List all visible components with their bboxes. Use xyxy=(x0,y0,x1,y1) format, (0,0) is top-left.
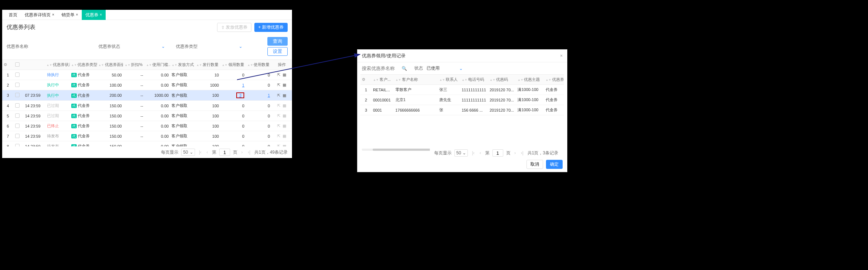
cell-used[interactable]: 0 xyxy=(246,70,271,80)
cell-used[interactable]: 0 xyxy=(246,121,271,131)
qr-icon[interactable]: ▦ xyxy=(283,93,286,97)
table-row[interactable]: 2 00010001 北京1 唐先生 11111111111 2019120 7… xyxy=(360,95,564,105)
cell-checkbox[interactable] xyxy=(14,121,24,131)
table-row[interactable]: 6 14 23:59 已终止 代代金券 150.00 -- 0.00 客户领取 … xyxy=(2,121,292,131)
issue-coupon-button[interactable]: ⇪发放优惠券 xyxy=(217,23,251,32)
table-row[interactable]: 8 14 23:59 待发布 代代金券 150.00 -- 0.00 客户领取 … xyxy=(2,141,292,147)
type-select[interactable]: ⌄ xyxy=(199,42,242,50)
col-code[interactable]: ▲▼优惠码 xyxy=(488,75,516,85)
qr-icon[interactable]: ▦ xyxy=(283,72,286,77)
col-checkbox[interactable] xyxy=(14,60,24,70)
table-row[interactable]: 5 14 23:59 已过期 代代金券 150.00 -- 0.00 客户领取 … xyxy=(2,111,292,121)
confirm-button[interactable]: 确定 xyxy=(546,160,563,169)
last-page-button[interactable]: ›| xyxy=(247,150,251,155)
col-amount[interactable]: ▲▼优惠券面值 xyxy=(97,60,123,70)
row-checkbox[interactable] xyxy=(15,144,20,147)
col-gear[interactable]: ⚙ xyxy=(2,60,14,70)
tab-home[interactable]: 首页 xyxy=(5,10,21,20)
col-threshold[interactable]: ▲▼使用门槛... xyxy=(145,60,170,70)
close-icon[interactable]: × xyxy=(100,10,102,20)
qr-icon[interactable]: ▦ xyxy=(283,103,286,108)
qr-icon[interactable]: ▦ xyxy=(283,113,286,118)
table-row[interactable]: 3 07 23:59 执行中 代代金券 200.00 -- 1000.00 客户… xyxy=(2,90,292,101)
table-row[interactable]: 1 待执行 代代金券 50.00 -- 0.00 客户领取 10 0 0 ⇱▦ xyxy=(2,70,292,80)
tab-coupon[interactable]: 优惠券× xyxy=(82,10,106,20)
col-used-qty[interactable]: ▲▼使用数量 xyxy=(246,60,271,70)
table-row[interactable]: 1 RETAIL... 零散客户 张三 11111111111 2019120 … xyxy=(360,85,564,95)
page-input[interactable] xyxy=(492,149,503,157)
row-checkbox[interactable] xyxy=(15,113,20,118)
last-page-button[interactable]: ›| xyxy=(520,150,525,155)
cell-checkbox[interactable] xyxy=(14,101,24,111)
status-select[interactable]: 已使用⌄ xyxy=(427,65,463,71)
tab-detail[interactable]: 优惠券详情页× xyxy=(21,10,58,20)
settings-button[interactable]: 设置 xyxy=(267,47,288,56)
search-input[interactable] xyxy=(362,66,398,71)
share-icon[interactable]: ⇱ xyxy=(277,144,280,146)
cell-claimed[interactable]: 1 xyxy=(220,80,246,90)
coupon-name-input[interactable] xyxy=(30,42,73,50)
search-icon[interactable]: 🔍 xyxy=(402,66,407,71)
cell-checkbox[interactable] xyxy=(14,80,24,90)
per-page-select[interactable]: 50⌄ xyxy=(181,149,195,156)
qr-icon[interactable]: ▦ xyxy=(283,124,286,128)
cell-used[interactable]: 0 xyxy=(246,141,271,147)
row-checkbox[interactable] xyxy=(15,83,20,87)
qr-icon[interactable]: ▦ xyxy=(283,83,286,87)
col-phone[interactable]: ▲▼电话号码 xyxy=(460,75,488,85)
row-checkbox[interactable] xyxy=(15,93,20,97)
cell-claimed[interactable]: 0 xyxy=(220,141,246,147)
qr-icon[interactable]: ▦ xyxy=(283,134,286,138)
row-checkbox[interactable] xyxy=(15,103,20,108)
add-coupon-button[interactable]: + 新增优惠券 xyxy=(254,23,288,32)
table-row[interactable]: 2 执行中 代代金券 100.00 -- 0.00 客户领取 1000 1 0 … xyxy=(2,80,292,90)
cell-used[interactable]: 0 xyxy=(246,101,271,111)
col-issue-qty[interactable]: ▲▼发行数量 xyxy=(195,60,220,70)
next-page-button[interactable]: › xyxy=(240,150,244,155)
col-claimed-qty[interactable]: ▲▼领用数量 xyxy=(220,60,246,70)
cell-checkbox[interactable] xyxy=(14,111,24,121)
table-row[interactable]: 7 14 23:59 待发布 代代金券 150.00 -- 0.00 客户领取 … xyxy=(2,131,292,141)
cell-checkbox[interactable] xyxy=(14,70,24,80)
close-icon[interactable]: × xyxy=(52,10,54,20)
next-page-button[interactable]: › xyxy=(513,150,517,155)
col-contact[interactable]: ▲▼联系人 xyxy=(438,75,460,85)
col-gear[interactable]: ⚙ xyxy=(360,75,372,85)
cell-claimed[interactable]: 0 xyxy=(220,101,246,111)
col-type[interactable]: ▲▼优惠券类 xyxy=(544,75,564,85)
row-checkbox[interactable] xyxy=(15,134,20,138)
first-page-button[interactable]: |‹ xyxy=(471,150,475,155)
share-icon[interactable]: ⇱ xyxy=(277,103,280,108)
checkbox-all[interactable] xyxy=(15,62,20,67)
cell-claimed[interactable]: 3 xyxy=(220,90,246,101)
cell-claimed[interactable]: 0 xyxy=(220,111,246,121)
prev-page-button[interactable]: ‹ xyxy=(479,150,482,155)
share-icon[interactable]: ⇱ xyxy=(277,83,280,87)
cell-claimed[interactable]: 0 xyxy=(220,131,246,141)
qr-icon[interactable]: ▦ xyxy=(283,144,286,146)
cancel-button[interactable]: 取消 xyxy=(526,160,543,169)
cell-checkbox[interactable] xyxy=(14,90,24,101)
col-method[interactable]: ▲▼发放方式 xyxy=(170,60,195,70)
cell-claimed[interactable]: 0 xyxy=(220,121,246,131)
per-page-select[interactable]: 50⌄ xyxy=(454,149,468,157)
share-icon[interactable]: ⇱ xyxy=(277,72,280,77)
cell-used[interactable]: 0 xyxy=(246,111,271,121)
row-checkbox[interactable] xyxy=(15,124,20,128)
cell-used[interactable]: 0 xyxy=(246,80,271,90)
cell-used[interactable]: 1 xyxy=(246,90,271,101)
first-page-button[interactable]: |‹ xyxy=(198,150,203,155)
status-select[interactable]: ⌄ xyxy=(122,42,165,50)
cell-checkbox[interactable] xyxy=(14,141,24,147)
tab-sales[interactable]: 销货单× xyxy=(58,10,82,20)
search-button[interactable]: 查询 xyxy=(267,37,288,46)
col-topic[interactable]: ▲▼优惠主题 xyxy=(516,75,544,85)
col-discount[interactable]: ▲▼折扣% xyxy=(123,60,144,70)
col-type[interactable]: ▲▼优惠券类型 xyxy=(70,60,97,70)
cell-used[interactable]: 0 xyxy=(246,131,271,141)
col-cust-name[interactable]: ▲▼客户名称 xyxy=(394,75,438,85)
col-status[interactable]: ▲▼优惠券状态 xyxy=(45,60,69,70)
cell-checkbox[interactable] xyxy=(14,131,24,141)
table-row[interactable]: 3 0001 17666666666 张 156 6666 ... 201912… xyxy=(360,105,564,115)
share-icon[interactable]: ⇱ xyxy=(277,124,280,128)
